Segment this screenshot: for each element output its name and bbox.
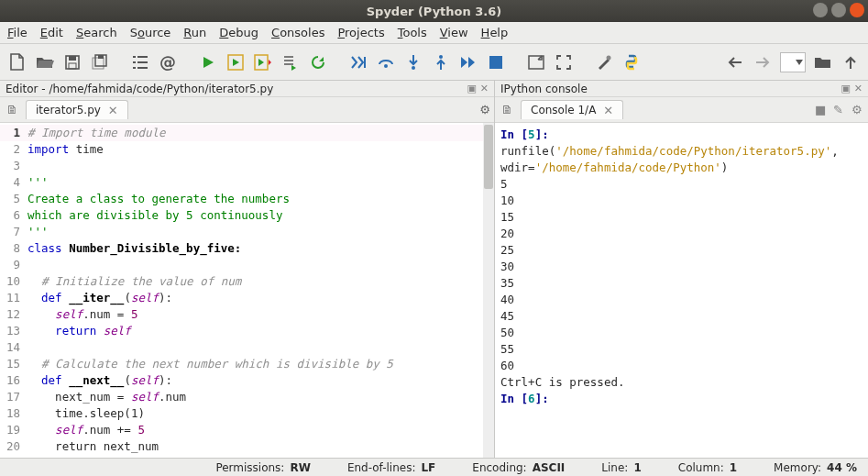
close-pane-icon[interactable]: ✕ bbox=[854, 83, 863, 94]
line-number: 8 bbox=[0, 240, 27, 257]
console-list-icon[interactable]: 🗎 bbox=[499, 103, 515, 116]
svg-rect-1 bbox=[69, 56, 76, 61]
console-tab-label: Console 1/A bbox=[531, 104, 596, 116]
workspace: Editor - /home/fahmida/code/Python/itera… bbox=[0, 81, 868, 458]
editor-tabbar: 🗎 iterator5.py ✕ ⚙ bbox=[0, 97, 494, 123]
step-over-icon[interactable] bbox=[376, 52, 396, 72]
run-cell-icon[interactable] bbox=[225, 52, 246, 72]
at-icon[interactable]: @ bbox=[158, 52, 178, 72]
menu-source[interactable]: Source bbox=[130, 26, 171, 39]
undock-icon[interactable]: ▣ bbox=[841, 83, 850, 94]
step-out-icon[interactable] bbox=[431, 52, 451, 72]
console-options-icon[interactable]: ⚙ bbox=[852, 103, 864, 116]
ipython-console[interactable]: In [5]: runfile('/home/fahmida/code/Pyth… bbox=[495, 123, 868, 458]
run-icon[interactable] bbox=[198, 52, 218, 72]
console-output: Ctrl+C is pressed. bbox=[500, 374, 863, 391]
status-eol: End-of-lines:LF bbox=[347, 461, 435, 474]
stop-icon[interactable] bbox=[486, 52, 506, 72]
menu-search[interactable]: Search bbox=[76, 26, 117, 39]
console-output: 60 bbox=[500, 358, 863, 374]
line-number: 3 bbox=[0, 158, 27, 174]
new-file-icon[interactable] bbox=[7, 52, 27, 72]
maximize-pane-icon[interactable] bbox=[526, 52, 546, 72]
editor-scrollbar[interactable] bbox=[483, 123, 494, 458]
line-number: 14 bbox=[0, 339, 27, 356]
console-output: 45 bbox=[500, 308, 863, 325]
rerun-icon[interactable] bbox=[308, 52, 328, 72]
parent-dir-icon[interactable] bbox=[841, 52, 861, 72]
debug-icon[interactable] bbox=[348, 52, 368, 72]
file-list-icon[interactable]: 🗎 bbox=[4, 103, 20, 116]
window-controls bbox=[813, 3, 864, 17]
line-number: 13 bbox=[0, 323, 27, 339]
menu-consoles[interactable]: Consoles bbox=[271, 26, 324, 39]
console-tab[interactable]: Console 1/A ✕ bbox=[521, 100, 623, 119]
close-tab-icon[interactable]: ✕ bbox=[603, 105, 613, 116]
svg-rect-3 bbox=[93, 58, 104, 69]
status-encoding: Encoding:ASCII bbox=[472, 461, 565, 474]
console-output: 55 bbox=[500, 341, 863, 358]
console-title: IPython console bbox=[500, 83, 588, 95]
svg-rect-2 bbox=[69, 63, 76, 69]
line-number: 11 bbox=[0, 290, 27, 306]
editor-path: Editor - /home/fahmida/code/Python/itera… bbox=[5, 83, 273, 95]
menu-edit[interactable]: Edit bbox=[40, 26, 63, 39]
python-path-icon[interactable] bbox=[621, 52, 642, 72]
statusbar: Permissions:RW End-of-lines:LF Encoding:… bbox=[0, 458, 868, 476]
console-output: 5 bbox=[500, 176, 863, 193]
close-pane-icon[interactable]: ✕ bbox=[480, 83, 489, 94]
console-output: 15 bbox=[500, 209, 863, 226]
close-tab-icon[interactable]: ✕ bbox=[108, 105, 118, 116]
menu-run[interactable]: Run bbox=[183, 26, 206, 39]
clear-console-icon[interactable]: ✎ bbox=[833, 103, 846, 116]
cwd-dropdown[interactable] bbox=[780, 52, 806, 72]
fullscreen-icon[interactable] bbox=[554, 52, 574, 72]
code-editor[interactable]: 1# Import time module 2import time 3 4''… bbox=[0, 123, 494, 458]
console-pane: IPython console ▣✕ 🗎 Console 1/A ✕ ■ ✎ ⚙… bbox=[495, 81, 868, 458]
stop-console-icon[interactable]: ■ bbox=[815, 103, 828, 116]
undock-icon[interactable]: ▣ bbox=[467, 83, 476, 94]
svg-point-10 bbox=[412, 66, 415, 70]
line-number: 9 bbox=[0, 257, 27, 273]
forward-icon[interactable] bbox=[753, 52, 773, 72]
menu-help[interactable]: Help bbox=[481, 26, 509, 39]
line-number: 21 bbox=[0, 455, 27, 458]
editor-pane-title: Editor - /home/fahmida/code/Python/itera… bbox=[0, 81, 494, 97]
menu-projects[interactable]: Projects bbox=[337, 26, 384, 39]
status-column: Column:1 bbox=[678, 461, 737, 474]
minimize-button[interactable] bbox=[813, 3, 828, 17]
line-number: 1 bbox=[0, 125, 27, 141]
svg-point-11 bbox=[439, 55, 443, 59]
editor-tab[interactable]: iterator5.py ✕ bbox=[26, 100, 128, 119]
line-number: 5 bbox=[0, 191, 27, 207]
menu-debug[interactable]: Debug bbox=[219, 26, 258, 39]
svg-rect-5 bbox=[98, 55, 104, 59]
open-file-icon[interactable] bbox=[35, 52, 55, 72]
line-number: 17 bbox=[0, 389, 27, 405]
line-number: 19 bbox=[0, 422, 27, 438]
line-number: 6 bbox=[0, 207, 27, 224]
continue-icon[interactable] bbox=[458, 52, 478, 72]
browse-cwd-icon[interactable] bbox=[813, 52, 833, 72]
status-memory: Memory:44 % bbox=[774, 461, 857, 474]
console-pane-title: IPython console ▣✕ bbox=[495, 81, 868, 97]
menu-file[interactable]: File bbox=[7, 26, 27, 39]
maximize-button[interactable] bbox=[831, 3, 846, 17]
outline-icon[interactable] bbox=[130, 52, 150, 72]
run-cell-advance-icon[interactable] bbox=[253, 52, 273, 72]
step-into-icon[interactable] bbox=[403, 52, 423, 72]
save-icon[interactable] bbox=[62, 52, 82, 72]
back-icon[interactable] bbox=[725, 52, 745, 72]
titlebar: Spyder (Python 3.6) bbox=[0, 0, 868, 22]
console-output: 35 bbox=[500, 275, 863, 292]
preferences-icon[interactable] bbox=[594, 52, 614, 72]
line-number: 16 bbox=[0, 372, 27, 389]
line-number: 18 bbox=[0, 405, 27, 422]
console-output: 40 bbox=[500, 292, 863, 308]
save-all-icon[interactable] bbox=[90, 52, 110, 72]
menu-view[interactable]: View bbox=[440, 26, 468, 39]
editor-options-icon[interactable]: ⚙ bbox=[479, 103, 490, 116]
close-button[interactable] bbox=[850, 3, 864, 17]
run-selection-icon[interactable] bbox=[280, 52, 301, 72]
menu-tools[interactable]: Tools bbox=[398, 26, 427, 39]
